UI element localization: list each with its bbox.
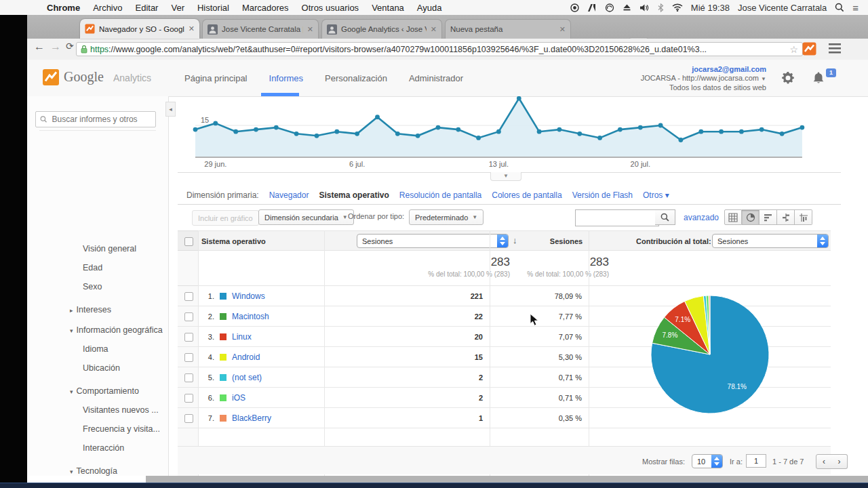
menu-item-archivo[interactable]: Archivo xyxy=(93,3,122,13)
sort-type-button[interactable]: Predeterminado▼ xyxy=(409,209,484,225)
table-search-input[interactable] xyxy=(575,209,659,226)
row-checkbox[interactable] xyxy=(184,394,193,403)
goto-page-input[interactable] xyxy=(746,454,766,468)
view-pivot-button[interactable] xyxy=(795,209,812,225)
row-checkbox[interactable] xyxy=(184,312,193,321)
sidebar-item-visi-n-general[interactable]: Visión general xyxy=(83,244,136,253)
forward-button[interactable]: → xyxy=(50,41,61,53)
row-checkbox[interactable] xyxy=(184,292,193,301)
menu-item-ayuda[interactable]: Ayuda xyxy=(417,3,442,13)
ga-nav-página-principal[interactable]: Página principal xyxy=(184,73,248,83)
row-checkbox[interactable] xyxy=(184,414,193,423)
os-pie-chart[interactable]: 78.1%7.8%7.1% xyxy=(651,296,769,413)
table-search-button[interactable] xyxy=(655,209,675,225)
sidebar-item-edad[interactable]: Edad xyxy=(83,263,102,272)
horizontal-scrollbar[interactable] xyxy=(146,476,868,483)
os-link[interactable]: Android xyxy=(232,352,260,362)
settings-gear-icon[interactable] xyxy=(781,71,795,87)
ga-logo-google[interactable]: Google xyxy=(64,69,104,85)
row-checkbox[interactable] xyxy=(184,353,193,362)
menu-item-otros-usuarios[interactable]: Otros usuarios xyxy=(302,3,359,13)
sidebar-item-intereses[interactable]: ▸Intereses xyxy=(70,305,111,314)
tab-close-icon[interactable]: ✕ xyxy=(431,25,437,34)
dimension-sistema-operativo[interactable]: Sistema operativo xyxy=(319,190,389,200)
adobe-icon[interactable] xyxy=(587,3,597,12)
row-checkbox[interactable] xyxy=(184,333,193,342)
include-in-chart-button[interactable]: Incluir en gráfico xyxy=(192,210,259,226)
screen-record-icon[interactable] xyxy=(570,3,579,12)
chart-collapse-button[interactable]: ▼ xyxy=(490,172,521,181)
os-link[interactable]: iOS xyxy=(232,393,245,403)
sidebar-item-frecuencia-y-visita-[interactable]: Frecuencia y visita... xyxy=(83,424,160,434)
notifications-bell-icon[interactable] xyxy=(812,71,825,87)
menu-item-ver[interactable]: Ver xyxy=(171,3,184,13)
contribution-select[interactable]: Sesiones xyxy=(712,234,829,248)
notification-center-icon[interactable]: ≡ xyxy=(852,2,859,14)
address-bar[interactable]: https://www.google.com/analytics/web/?et… xyxy=(76,42,803,56)
wifi-icon[interactable] xyxy=(672,3,683,12)
sidebar-item-visitantes-nuevos-[interactable]: Visitantes nuevos ... xyxy=(83,405,159,415)
chrome-menu-icon[interactable] xyxy=(829,43,841,56)
tab-close-icon[interactable]: ✕ xyxy=(307,25,313,34)
sessions-line-chart[interactable]: 1529 jun.6 jul.13 jul.20 jul. xyxy=(178,96,841,173)
back-button[interactable]: ← xyxy=(34,41,45,53)
tab-close-icon[interactable]: ✕ xyxy=(189,24,195,33)
browser-tab-4[interactable]: Nueva pestaña✕ xyxy=(445,19,571,39)
sidebar-item-tecnolog-a[interactable]: ▾Tecnología xyxy=(70,466,117,476)
ga-nav-personalización[interactable]: Personalización xyxy=(325,73,387,83)
browser-tab-1[interactable]: Navegador y SO - Google A✕ xyxy=(80,19,199,39)
sidebar-search-input[interactable] xyxy=(51,114,151,125)
analytics-extension-icon[interactable] xyxy=(802,42,816,58)
bluetooth-icon[interactable] xyxy=(658,3,664,12)
account-info[interactable]: jocarsa2@gmail.com JOCARSA - http://www.… xyxy=(641,65,766,92)
sidebar-search[interactable] xyxy=(35,111,156,127)
sidebar-item-interacci-n[interactable]: Interacción xyxy=(83,443,124,453)
menu-item-ventana[interactable]: Ventana xyxy=(372,3,404,13)
os-link[interactable]: Windows xyxy=(232,291,265,301)
reload-button[interactable]: ⟳ xyxy=(66,41,74,52)
dimension-otros[interactable]: Otros ▾ xyxy=(643,190,669,200)
ga-nav-informes[interactable]: Informes xyxy=(269,73,304,83)
ga-nav-administrador[interactable]: Administrador xyxy=(409,73,463,83)
next-page-button[interactable]: › xyxy=(831,454,848,469)
menu-item-chrome[interactable]: Chrome xyxy=(47,3,80,13)
sidebar-collapse-button[interactable]: ◂ xyxy=(165,102,176,117)
browser-tab-3[interactable]: Google Analytics ‹ Jose Vic✕ xyxy=(321,19,442,39)
secondary-dimension-button[interactable]: Dimensión secundaria▼ xyxy=(258,209,354,225)
os-link[interactable]: (not set) xyxy=(232,373,262,382)
advanced-search-link[interactable]: avanzado xyxy=(684,213,719,222)
spotlight-icon[interactable] xyxy=(835,3,844,12)
os-link[interactable]: Linux xyxy=(232,332,252,342)
view-comparison-button[interactable] xyxy=(777,209,795,225)
sidebar-item-sexo[interactable]: Sexo xyxy=(83,282,102,291)
view-performance-button[interactable] xyxy=(760,209,777,225)
os-link[interactable]: BlackBerry xyxy=(232,413,271,423)
menu-clock[interactable]: Mié 19:38 xyxy=(691,3,730,13)
row-checkbox[interactable] xyxy=(184,373,193,382)
rows-per-page-select[interactable]: 10 xyxy=(692,454,723,468)
menu-item-historial[interactable]: Historial xyxy=(197,3,229,13)
eject-icon[interactable] xyxy=(623,3,631,12)
dimension-resoluci-n-de-pantalla[interactable]: Resolución de pantalla xyxy=(399,190,481,200)
view-table-button[interactable] xyxy=(724,209,742,225)
creative-cloud-icon[interactable] xyxy=(605,3,614,12)
dimension-colores-de-pantalla[interactable]: Colores de pantalla xyxy=(492,190,561,200)
column-header-os[interactable]: Sistema operativo xyxy=(201,237,266,245)
volume-icon[interactable] xyxy=(639,3,650,12)
sidebar-item-informaci-n-geogr-fica[interactable]: ▾Información geográfica xyxy=(70,325,163,335)
sidebar-item-comportamiento[interactable]: ▾Comportamiento xyxy=(70,386,139,396)
dimension-navegador[interactable]: Navegador xyxy=(269,190,309,200)
prev-page-button[interactable]: ‹ xyxy=(816,454,832,469)
sidebar-item-idioma[interactable]: Idioma xyxy=(83,344,108,354)
metric-select[interactable]: Sesiones xyxy=(357,234,509,248)
sidebar-item-ubicaci-n[interactable]: Ubicación xyxy=(83,363,120,373)
bookmark-star-icon[interactable]: ☆ xyxy=(789,44,798,55)
dimension-versi-n-de-flash[interactable]: Versión de Flash xyxy=(572,190,633,200)
menu-item-marcadores[interactable]: Marcadores xyxy=(242,3,289,13)
tab-close-icon[interactable]: ✕ xyxy=(559,25,566,34)
column-header-sessions[interactable]: Sesiones xyxy=(517,237,616,245)
view-percentage-button[interactable] xyxy=(742,209,760,225)
menu-user[interactable]: Jose Vicente Carratala xyxy=(738,3,827,13)
browser-tab-2[interactable]: Jose Vicente Carratala | Pr✕ xyxy=(202,19,319,39)
os-link[interactable]: Macintosh xyxy=(232,312,269,321)
